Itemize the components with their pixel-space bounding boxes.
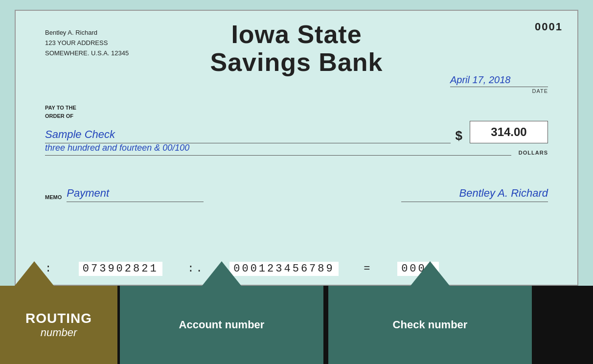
memo-value: Payment	[67, 187, 204, 202]
routing-label: ROUTING number	[0, 286, 117, 364]
routing-text-sub: number	[41, 326, 77, 339]
micr-line: : 073902821 :. 000123456789 = 0001	[45, 263, 548, 275]
account-holder-address2: SOMEWHERE. U.S.A. 12345	[45, 48, 129, 59]
check: Bentley A. Richard 123 YOUR ADDRESS SOME…	[15, 10, 578, 286]
right-filler	[534, 286, 593, 364]
date-value: April 17, 2018	[450, 74, 548, 87]
date-label: DATE	[450, 88, 548, 94]
micr-routing-number: 073902821	[79, 262, 162, 276]
amount-words: three hundred and fourteen & 00/100	[45, 143, 511, 156]
account-number-label: Account number	[120, 286, 323, 364]
date-area: April 17, 2018 DATE	[450, 74, 548, 94]
dollars-label: DOLLARS	[519, 150, 548, 156]
pay-to-label: PAY TO THE ORDER OF	[45, 104, 548, 120]
memo-label: MEMO	[45, 194, 62, 200]
account-holder-name: Bentley A. Richard	[45, 28, 129, 38]
signature-area: Bentley A. Richard	[401, 187, 548, 202]
amount-words-section: three hundred and fourteen & 00/100 DOLL…	[45, 143, 548, 156]
bottom-section: ROUTING number Account number Check numb…	[0, 286, 593, 364]
account-label-text: Account number	[179, 318, 265, 331]
signature-value: Bentley A. Richard	[459, 187, 548, 199]
account-holder-info: Bentley A. Richard 123 YOUR ADDRESS SOME…	[45, 28, 129, 58]
micr-separator: =	[364, 263, 372, 275]
amount-box: 314.00	[470, 121, 548, 143]
account-holder-address1: 123 YOUR ADDRESS	[45, 38, 129, 48]
check-number-label: Check number	[328, 286, 532, 364]
pay-to-section: PAY TO THE ORDER OF Sample Check $ 314.0…	[45, 104, 548, 143]
micr-account-number: 000123456789	[229, 262, 338, 276]
dollar-sign: $	[456, 128, 462, 143]
payee-name: Sample Check	[45, 128, 451, 143]
check-label-text: Check number	[393, 318, 468, 331]
pay-row: Sample Check $ 314.00	[45, 121, 548, 143]
memo-section: MEMO Payment Bentley A. Richard	[45, 187, 548, 202]
check-number-top: 0001	[535, 21, 563, 33]
routing-text-main: ROUTING	[25, 311, 92, 326]
